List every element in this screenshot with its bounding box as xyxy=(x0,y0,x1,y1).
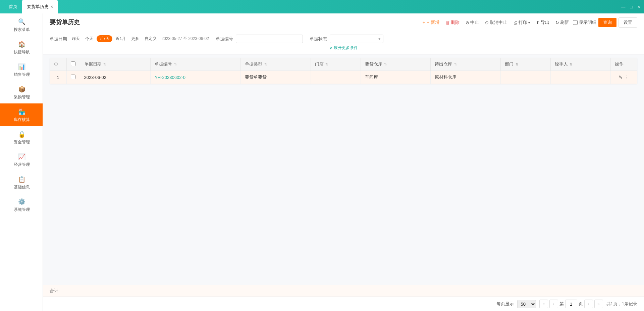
display-toggle[interactable]: 显示明细 xyxy=(573,19,596,26)
sidebar-item-finance-mgmt[interactable]: 🔒 资金管理 xyxy=(0,126,43,148)
sidebar-item-operations-mgmt[interactable]: 📈 经营管理 xyxy=(0,148,43,171)
col-settings: ⚙ xyxy=(50,58,66,71)
sidebar-item-sales-mgmt-label: 销售管理 xyxy=(14,72,30,78)
date-btn-last-month[interactable]: 近1月 xyxy=(114,35,128,42)
sidebar-item-quick-nav[interactable]: 🏠 快捷导航 xyxy=(0,36,43,58)
edit-action-icon[interactable]: ✎ xyxy=(619,75,623,80)
row-doc-date: 2023-06-02 xyxy=(80,71,151,84)
sidebar-item-search-menu-label: 搜索菜单 xyxy=(14,27,30,33)
col-to-warehouse-header: 待出仓库 ⇅ xyxy=(431,58,501,71)
refresh-button[interactable]: ↻ 刷新 xyxy=(553,18,571,27)
sort-doc-number-icon[interactable]: ⇅ xyxy=(174,62,177,66)
tab-home[interactable]: 首页 xyxy=(4,0,22,13)
sidebar-item-sales-mgmt[interactable]: 📊 销售管理 xyxy=(0,58,43,81)
new-button[interactable]: ＋ + 新增 xyxy=(420,18,441,27)
window-maximize-btn[interactable]: □ xyxy=(630,4,633,9)
expand-more-icon: ∨ xyxy=(329,46,332,50)
page-number-input[interactable] xyxy=(565,300,577,308)
sidebar-item-system-mgmt[interactable]: ⚙️ 系统管理 xyxy=(0,193,43,216)
sort-doc-type-icon[interactable]: ⇅ xyxy=(264,62,267,66)
data-table: ⚙ 单据日期 ⇅ 单据编号 ⇅ xyxy=(50,58,637,84)
sort-to-warehouse-icon[interactable]: ⇅ xyxy=(454,62,457,66)
tab-home-label: 首页 xyxy=(9,4,17,10)
table-row: 1 2023-06-02 YH-20230602-0 要货单要货 车间库 原材料… xyxy=(50,71,637,84)
date-label: 单据日期 xyxy=(50,36,67,42)
date-btn-today[interactable]: 今天 xyxy=(83,35,95,42)
more-action-icon[interactable]: ⋮ xyxy=(625,75,629,80)
col-doc-type-header: 单据类型 ⇅ xyxy=(241,58,311,71)
doc-number-label: 单据编号 xyxy=(216,36,233,42)
tab-yaohuodan[interactable]: 要货单历史 × xyxy=(22,0,58,13)
purchase-mgmt-icon: 📦 xyxy=(18,86,25,93)
cancel-stop-button[interactable]: ⊙ 取消中止 xyxy=(483,18,509,27)
table-body: 1 2023-06-02 YH-20230602-0 要货单要货 车间库 原材料… xyxy=(50,71,637,84)
tab-yaohuodan-label: 要货单历史 xyxy=(27,4,49,10)
page-title: 要货单历史 xyxy=(50,18,80,26)
close-icon[interactable]: × xyxy=(51,4,53,9)
row-checkbox xyxy=(66,71,80,84)
sort-department-icon[interactable]: ⇅ xyxy=(516,62,518,66)
cancel-stop-icon: ⊙ xyxy=(485,20,489,25)
per-page-select[interactable]: 50 10 20 100 xyxy=(517,300,536,308)
row-doc-number: YH-20230602-0 xyxy=(151,71,241,84)
top-bar-right: — □ × xyxy=(621,4,640,9)
date-btn-custom[interactable]: 自定义 xyxy=(143,35,159,42)
sidebar-item-basic-info[interactable]: 📋 基础信息 xyxy=(0,171,43,193)
gear-icon[interactable]: ⚙ xyxy=(54,61,58,67)
prev-page-btn[interactable]: ‹ xyxy=(549,300,558,308)
doc-number-filter-group: 单据编号 xyxy=(216,35,303,43)
sort-handler-icon[interactable]: ⇅ xyxy=(570,62,572,66)
sidebar-item-inventory[interactable]: 🏪 库存核算 xyxy=(0,103,43,126)
sales-mgmt-icon: 📊 xyxy=(18,63,25,71)
last-page-btn[interactable]: » xyxy=(594,300,603,308)
status-select[interactable] xyxy=(330,35,383,43)
select-all-checkbox[interactable] xyxy=(71,61,75,66)
finance-mgmt-icon: 🔒 xyxy=(18,131,25,138)
status-select-wrapper: ▾ xyxy=(330,35,383,43)
row-doc-type: 要货单要货 xyxy=(241,71,311,84)
settings-button[interactable]: 设置 xyxy=(619,17,637,28)
window-close-btn[interactable]: × xyxy=(637,4,640,9)
toolbar: ＋ + 新增 🗑 删除 ⊘ 中止 ⊙ 取消中止 xyxy=(420,17,637,31)
date-btn-last7days[interactable]: 近7天 xyxy=(97,35,112,42)
row-select-checkbox[interactable] xyxy=(71,75,75,79)
row-department xyxy=(500,71,550,84)
expand-more-label: 展开更多条件 xyxy=(334,45,358,51)
col-doc-date-header: 单据日期 ⇅ xyxy=(80,58,151,71)
page-label-before: 第 xyxy=(559,301,564,307)
row-number: 1 xyxy=(50,71,66,84)
row-to-warehouse: 原材料仓库 xyxy=(431,71,501,84)
date-btn-yesterday[interactable]: 昨天 xyxy=(70,35,82,42)
doc-number-input[interactable] xyxy=(236,35,303,43)
stop-button[interactable]: ⊘ 中止 xyxy=(464,18,481,27)
table-footer: 合计: xyxy=(43,285,644,297)
sidebar-item-inventory-label: 库存核算 xyxy=(14,117,30,123)
first-page-btn[interactable]: « xyxy=(539,300,548,308)
row-handler xyxy=(550,71,610,84)
print-icon: 🖨 xyxy=(513,20,518,25)
row-store xyxy=(311,71,361,84)
sort-doc-date-icon[interactable]: ⇅ xyxy=(103,62,106,66)
delete-button[interactable]: 🗑 删除 xyxy=(443,18,462,27)
print-button[interactable]: 🖨 打印 ▾ xyxy=(511,18,532,27)
sidebar-item-purchase-mgmt[interactable]: 📦 采购管理 xyxy=(0,81,43,103)
sort-from-warehouse-icon[interactable]: ⇅ xyxy=(384,62,387,66)
expand-more-button[interactable]: ∨ 展开更多条件 xyxy=(50,43,637,51)
stop-button-label: 中止 xyxy=(470,19,479,26)
sidebar-item-system-mgmt-label: 系统管理 xyxy=(14,207,30,213)
system-mgmt-icon: ⚙️ xyxy=(18,198,25,206)
display-toggle-checkbox[interactable] xyxy=(573,20,578,25)
row-doc-number-link[interactable]: YH-20230602-0 xyxy=(155,75,185,80)
sidebar-item-search-menu[interactable]: 🔍 搜索菜单 xyxy=(0,13,43,36)
window-minimize-btn[interactable]: — xyxy=(621,4,626,9)
stop-icon: ⊘ xyxy=(466,20,469,25)
next-page-btn[interactable]: › xyxy=(584,300,593,308)
query-button[interactable]: 查询 xyxy=(598,18,616,27)
sort-store-icon[interactable]: ⇅ xyxy=(325,62,328,66)
col-action-header: 操作 xyxy=(610,58,637,71)
page-nav: « ‹ 第 页 › » xyxy=(539,300,603,308)
date-filter-buttons: 昨天 今天 近7天 近1月 更多 自定义 xyxy=(70,35,159,42)
table-header: ⚙ 单据日期 ⇅ 单据编号 ⇅ xyxy=(50,58,637,71)
date-btn-more[interactable]: 更多 xyxy=(129,35,141,42)
export-button[interactable]: ⬆ 导出 xyxy=(534,18,551,27)
